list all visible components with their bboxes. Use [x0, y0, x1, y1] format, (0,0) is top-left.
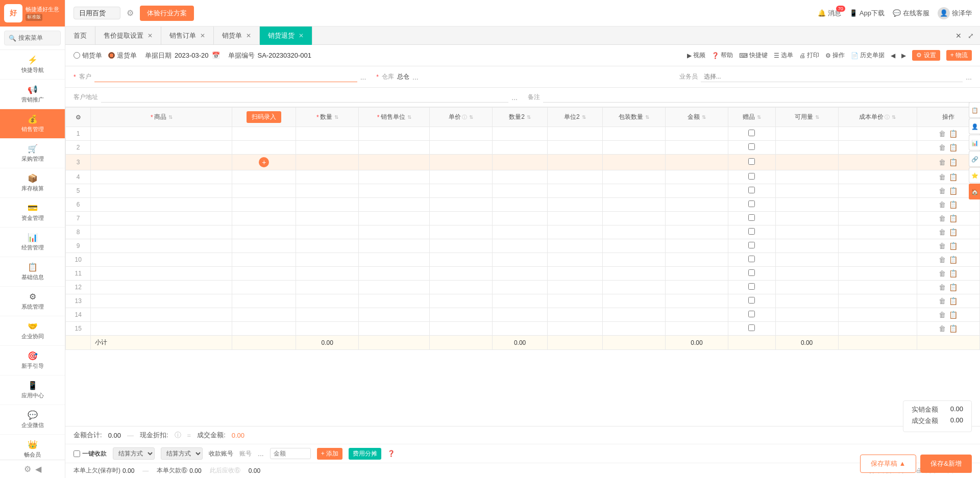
copy-icon[interactable]: 📋 — [949, 158, 958, 166]
scan-btn[interactable]: 扫码录入 — [247, 111, 281, 123]
unit-price-cell[interactable] — [429, 184, 492, 198]
fee-help-icon[interactable]: ❓ — [387, 450, 395, 457]
unit-price-cell[interactable] — [429, 308, 492, 322]
available-cell[interactable] — [775, 198, 838, 212]
qty2-cell[interactable] — [493, 308, 548, 322]
gift-checkbox[interactable] — [748, 324, 755, 331]
amount-cell[interactable] — [665, 267, 728, 281]
unit2-cell[interactable] — [547, 267, 602, 281]
gift-cell[interactable] — [728, 198, 775, 212]
delete-icon[interactable]: 🗑 — [939, 214, 946, 222]
pack-qty-cell[interactable] — [602, 127, 665, 141]
amount-cell[interactable] — [665, 127, 728, 141]
trial-btn[interactable]: 体验行业方案 — [140, 6, 194, 21]
sale-unit-cell[interactable] — [359, 198, 430, 212]
settle-select[interactable]: 结算方式 — [113, 447, 155, 460]
address-input[interactable] — [101, 92, 508, 103]
pack-qty-cell[interactable] — [602, 155, 665, 170]
delete-icon[interactable]: 🗑 — [939, 228, 946, 236]
pack-qty-cell[interactable] — [602, 322, 665, 336]
copy-icon[interactable]: 📋 — [949, 200, 958, 209]
unit2-cell[interactable] — [547, 198, 602, 212]
gift-checkbox[interactable] — [748, 200, 755, 207]
pack-qty-cell[interactable] — [602, 267, 665, 281]
operation-btn[interactable]: ⚙操作 — [825, 51, 845, 60]
amount-cell[interactable] — [665, 141, 728, 155]
calendar-icon[interactable]: 📅 — [212, 52, 220, 59]
available-cell[interactable] — [775, 281, 838, 294]
delete-icon[interactable]: 🗑 — [939, 256, 946, 264]
gift-cell[interactable] — [728, 170, 775, 184]
gift-checkbox[interactable] — [748, 187, 755, 193]
product-cell[interactable] — [91, 308, 232, 322]
gift-cell[interactable] — [728, 267, 775, 281]
cost-price-cell[interactable] — [838, 198, 917, 212]
one-click-label[interactable]: 一键收款 — [74, 449, 107, 458]
sidebar-item-quick-nav[interactable]: ⚡快捷导航 — [0, 50, 65, 80]
unit-price-cell[interactable] — [429, 294, 492, 308]
sidebar-item-operations[interactable]: 📊经营管理 — [0, 228, 65, 257]
sidebar-item-app-center[interactable]: 📱应用中心 — [0, 375, 65, 405]
amount-cell[interactable] — [665, 239, 728, 253]
available-cell[interactable] — [775, 239, 838, 253]
copy-icon[interactable]: 📋 — [949, 143, 958, 152]
copy-icon[interactable]: 📋 — [949, 283, 958, 291]
pack-qty-cell[interactable] — [602, 253, 665, 267]
sidebar-item-purchase[interactable]: 🛒采购管理 — [0, 139, 65, 168]
available-cell[interactable] — [775, 308, 838, 322]
sale-unit-cell[interactable] — [359, 127, 430, 141]
unit2-cell[interactable] — [547, 253, 602, 267]
delete-icon[interactable]: 🗑 — [939, 311, 946, 319]
sidebar-item-sales[interactable]: 💰销售管理 — [0, 109, 65, 139]
delete-icon[interactable]: 🗑 — [939, 269, 946, 278]
amount-cell[interactable] — [665, 184, 728, 198]
qty-cell[interactable] — [296, 239, 359, 253]
available-cell[interactable] — [775, 253, 838, 267]
amount-cell[interactable] — [665, 212, 728, 225]
delete-icon[interactable]: 🗑 — [939, 200, 946, 209]
settings-icon[interactable]: ⚙ — [24, 464, 31, 474]
qty2-cell[interactable] — [493, 127, 548, 141]
available-cell[interactable] — [775, 294, 838, 308]
cost-price-cell[interactable] — [838, 141, 917, 155]
tab-close-sale-delivery[interactable]: ✕ — [246, 32, 251, 39]
available-cell[interactable] — [775, 225, 838, 239]
qty2-cell[interactable] — [493, 155, 548, 170]
search-menu-btn[interactable]: 🔍 搜索菜单 — [4, 31, 61, 45]
cost-price-cell[interactable] — [838, 212, 917, 225]
unit2-cell[interactable] — [547, 212, 602, 225]
qty-cell[interactable] — [296, 322, 359, 336]
product-cell[interactable] — [91, 253, 232, 267]
delete-icon[interactable]: 🗑 — [939, 158, 946, 166]
customer-dots[interactable]: ... — [360, 73, 366, 81]
pack-qty-cell[interactable] — [602, 239, 665, 253]
settings-btn[interactable]: ⚙ 设置 — [912, 50, 940, 61]
product-cell[interactable] — [91, 198, 232, 212]
copy-icon[interactable]: 📋 — [949, 228, 958, 236]
amount-cell[interactable] — [665, 308, 728, 322]
product-cell[interactable] — [91, 294, 232, 308]
delete-icon[interactable]: 🗑 — [939, 130, 946, 138]
available-cell[interactable] — [775, 322, 838, 336]
sale-unit-cell[interactable] — [359, 294, 430, 308]
gift-cell[interactable] — [728, 184, 775, 198]
calc-select[interactable]: 结算方式 — [161, 447, 203, 460]
save-new-btn[interactable]: 保存&新增 — [920, 455, 972, 473]
radio-delivery[interactable]: 销货单 — [74, 51, 102, 60]
sidebar-item-finance[interactable]: 💳资金管理 — [0, 198, 65, 228]
sale-unit-cell[interactable] — [359, 212, 430, 225]
gift-checkbox[interactable] — [748, 158, 755, 165]
remark-input[interactable] — [543, 92, 972, 103]
copy-icon[interactable]: 📋 — [949, 242, 958, 250]
sale-unit-cell[interactable] — [359, 141, 430, 155]
staff-input[interactable] — [701, 71, 963, 82]
copy-icon[interactable]: 📋 — [949, 324, 958, 333]
sidebar-item-guide[interactable]: 🎯新手引导 — [0, 346, 65, 375]
sidebar-item-member[interactable]: 👑畅会员 — [0, 435, 65, 460]
staff-dots[interactable]: ... — [966, 73, 972, 81]
amount-cell[interactable] — [665, 281, 728, 294]
product-cell[interactable] — [91, 155, 232, 170]
qty2-cell[interactable] — [493, 239, 548, 253]
qty2-cell[interactable] — [493, 294, 548, 308]
amount-cell[interactable] — [665, 294, 728, 308]
